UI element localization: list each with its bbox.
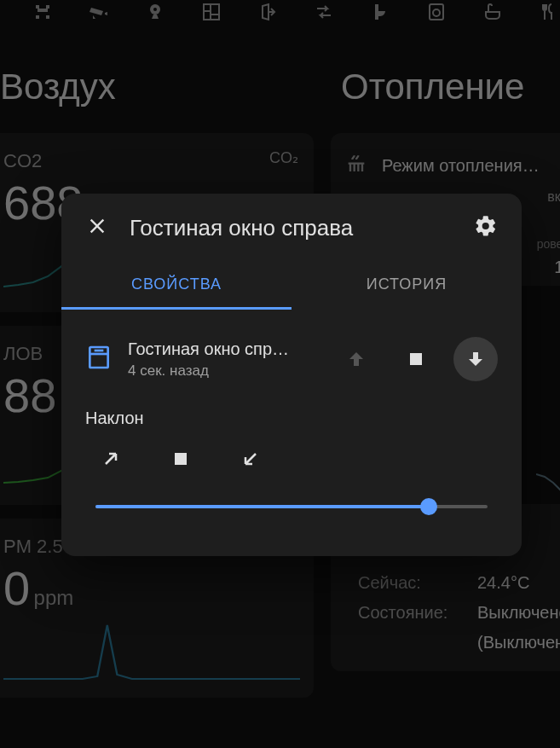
cover-close-button[interactable] [453,337,498,381]
tilt-close-button[interactable] [235,444,266,474]
entity-modal: Гостиная окно справа Свойства История Го… [61,194,522,556]
tab-properties[interactable]: Свойства [61,262,292,310]
slider-thumb[interactable] [420,498,437,515]
cover-open-button[interactable] [334,337,378,381]
window-icon [85,344,113,374]
entity-name: Гостиная окно спр… [128,339,319,359]
settings-button[interactable] [474,214,498,241]
tilt-slider[interactable] [95,498,488,515]
stop-icon [410,353,422,365]
slider-fill [95,505,429,508]
cover-stop-button[interactable] [394,337,438,381]
close-icon [85,214,109,238]
tilt-stop-button[interactable] [165,444,196,474]
tab-history[interactable]: История [292,262,522,310]
modal-title: Гостиная окно справа [130,215,453,241]
close-button[interactable] [85,214,109,241]
arrow-down-icon [465,349,486,369]
stop-icon [175,453,187,465]
arrow-up-icon [346,349,367,369]
tilt-label: Наклон [85,409,498,428]
gear-icon [474,214,498,238]
entity-time: 4 сек. назад [128,362,319,380]
arrow-down-left-icon [240,449,261,469]
arrow-up-right-icon [101,449,121,469]
modal-tabs: Свойства История [61,262,522,310]
tilt-open-button[interactable] [95,444,126,474]
cover-control-row: Гостиная окно спр… 4 сек. назад [85,325,498,393]
